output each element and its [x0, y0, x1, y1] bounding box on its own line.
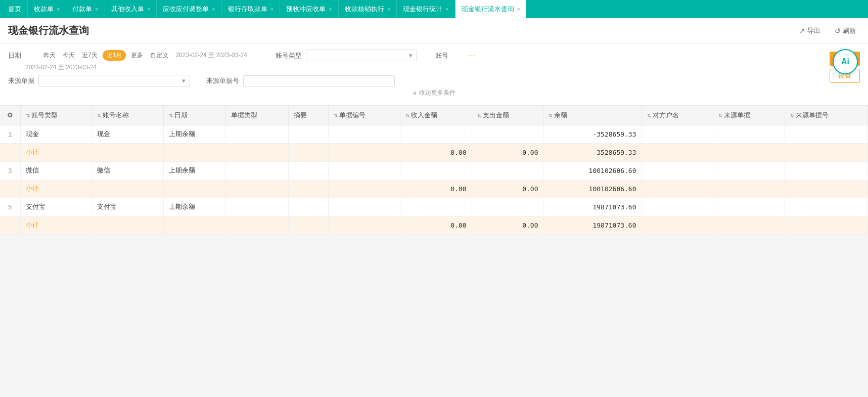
- cell-doc-type: [226, 125, 288, 143]
- top-navigation: 首页 收款单 × 付款单 × 其他收入单 × 应收应付调整单 × 银行存取款单 …: [0, 0, 868, 18]
- close-icon[interactable]: ×: [270, 6, 273, 12]
- cell-account-type: 支付宝: [20, 198, 92, 216]
- account-type-select[interactable]: ▾: [306, 50, 417, 61]
- table-header-row: ⚙ ⇅账号类型 ⇅账号名称 ⇅日期 单据类型 摘要 ⇅单据编号 ⇅收入金额 ⇅支…: [0, 106, 868, 125]
- column-income: ⇅收入金额: [400, 106, 472, 125]
- nav-tab-other-income[interactable]: 其他收入单 ×: [105, 0, 157, 18]
- nav-tab-bank-deposit[interactable]: 银行存取款单 ×: [222, 0, 280, 18]
- data-table: ⚙ ⇅账号类型 ⇅账号名称 ⇅日期 单据类型 摘要 ⇅单据编号 ⇅收入金额 ⇅支…: [0, 106, 868, 235]
- close-icon[interactable]: ×: [95, 6, 98, 12]
- source-doc-no-label: 来源单据号: [206, 76, 239, 85]
- cell-doc-no: [329, 216, 400, 234]
- cell-source-doc: [713, 216, 785, 234]
- cell-expense: 0.00: [472, 180, 543, 198]
- cell-doc-type: [226, 161, 288, 180]
- cell-doc-no: [329, 143, 400, 161]
- shortcut-today[interactable]: 今天: [61, 50, 77, 61]
- column-doc-no: ⇅单据编号: [329, 106, 400, 125]
- cell-source-doc: [713, 143, 785, 161]
- nav-tab-adjustment[interactable]: 应收应付调整单 ×: [157, 0, 221, 18]
- close-icon[interactable]: ×: [57, 6, 60, 12]
- export-button[interactable]: ↗ 导出: [795, 24, 825, 37]
- cell-expense: 0.00: [472, 216, 543, 234]
- date-shortcuts: 昨天 今天 近7天 近1月 更多 自定义 2023-02-24 至 2023-0…: [41, 50, 247, 61]
- nav-tab-collection[interactable]: 收款核销执行 ×: [339, 0, 397, 18]
- cell-source-doc-no: [785, 161, 868, 180]
- shortcut-7days[interactable]: 近7天: [80, 50, 100, 61]
- cell-expense: 0.00: [472, 143, 543, 161]
- table-row[interactable]: 5支付宝支付宝上期余额19871073.60: [0, 198, 868, 216]
- cell-date: [164, 180, 226, 198]
- cell-doc-type: [226, 143, 288, 161]
- date-range-sub: 2023-02-24 至 2023-03-24: [25, 64, 97, 71]
- cell-source-doc: [713, 198, 785, 216]
- column-account-type: ⇅账号类型: [20, 106, 92, 125]
- nav-tab-payment[interactable]: 付款单 ×: [66, 0, 105, 18]
- collapse-icon: ∧: [413, 90, 417, 97]
- cell-date: [164, 143, 226, 161]
- column-summary: 摘要: [288, 106, 328, 125]
- chevron-down-icon: ▾: [409, 52, 413, 59]
- source-doc-no-group: 来源单据号: [206, 75, 395, 86]
- nav-tab-receipt[interactable]: 收款单 ×: [28, 0, 66, 18]
- close-icon[interactable]: ×: [212, 6, 215, 12]
- cell-income: 0.00: [400, 216, 472, 234]
- cell-source-doc: [713, 125, 785, 143]
- account-label: 账号: [435, 51, 461, 60]
- cell-account-type: 小计: [20, 143, 92, 161]
- close-icon[interactable]: ×: [387, 6, 390, 12]
- nav-tab-home[interactable]: 首页: [2, 0, 28, 18]
- shortcut-custom[interactable]: 自定义: [148, 50, 170, 61]
- close-icon[interactable]: ×: [147, 6, 150, 12]
- table-row[interactable]: 1现金现金上期余额-3528659.33: [0, 125, 868, 143]
- cell-income: [400, 161, 472, 180]
- source-doc-no-input[interactable]: [243, 75, 395, 86]
- nav-tab-prepay[interactable]: 预收冲应收单 ×: [280, 0, 338, 18]
- table-row[interactable]: 小计0.000.00100102606.60: [0, 180, 868, 198]
- cell-counterparty: [642, 198, 713, 216]
- cell-account-type: 小计: [20, 180, 92, 198]
- cell-counterparty: [642, 125, 713, 143]
- close-icon[interactable]: ×: [445, 6, 448, 12]
- cell-balance: -3528659.33: [543, 143, 642, 161]
- date-range-display: 2023-02-24 至 2023-03-24: [175, 51, 247, 60]
- collapse-button[interactable]: ∧ 收起更多条件: [8, 86, 860, 99]
- cell-date: 上期余额: [164, 198, 226, 216]
- cell-expense: [472, 198, 543, 216]
- cell-doc-type: [226, 180, 288, 198]
- row-number: [0, 180, 20, 198]
- close-icon[interactable]: ×: [329, 6, 332, 12]
- close-icon[interactable]: ×: [517, 6, 520, 12]
- row-number: [0, 216, 20, 234]
- shortcut-1month[interactable]: 近1月: [103, 50, 126, 61]
- column-balance: ⇅余额: [543, 106, 642, 125]
- nav-tab-cashflow[interactable]: 现金银行流水查询 ×: [455, 0, 526, 18]
- refresh-button[interactable]: ↺ 刷新: [831, 24, 860, 37]
- cell-balance: 19871073.60: [543, 198, 642, 216]
- column-counterparty: ⇅对方户名: [642, 106, 713, 125]
- date-filter-label: 日期: [8, 51, 33, 60]
- row-number: [0, 143, 20, 161]
- cell-balance: 100102606.60: [543, 180, 642, 198]
- filter-area: 日期 昨天 今天 近7天 近1月 更多 自定义 2023-02-24 至 202…: [0, 43, 868, 106]
- cell-counterparty: [642, 143, 713, 161]
- page-title: 现金银行流水查询: [8, 24, 89, 37]
- cell-source-doc-no: [785, 198, 868, 216]
- ai-badge[interactable]: Ai: [833, 49, 858, 74]
- cell-date: 上期余额: [164, 125, 226, 143]
- nav-tab-stats[interactable]: 现金银行统计 ×: [397, 0, 455, 18]
- cell-source-doc-no: [785, 125, 868, 143]
- shortcut-yesterday[interactable]: 昨天: [41, 50, 58, 61]
- cell-balance: 100102606.60: [543, 161, 642, 180]
- cell-income: [400, 198, 472, 216]
- column-source-doc: ⇅来源单据: [713, 106, 785, 125]
- column-source-doc-no: ⇅来源单据号: [785, 106, 868, 125]
- cell-summary: [288, 180, 328, 198]
- table-row[interactable]: 小计0.000.00-3528659.33: [0, 143, 868, 161]
- table-row[interactable]: 3微信微信上期余额100102606.60: [0, 161, 868, 180]
- table-row[interactable]: 小计0.000.0019871073.60: [0, 216, 868, 234]
- shortcut-more[interactable]: 更多: [129, 50, 145, 61]
- source-doc-select[interactable]: ▾: [38, 75, 190, 86]
- column-gear[interactable]: ⚙: [0, 106, 20, 125]
- cell-summary: [288, 125, 328, 143]
